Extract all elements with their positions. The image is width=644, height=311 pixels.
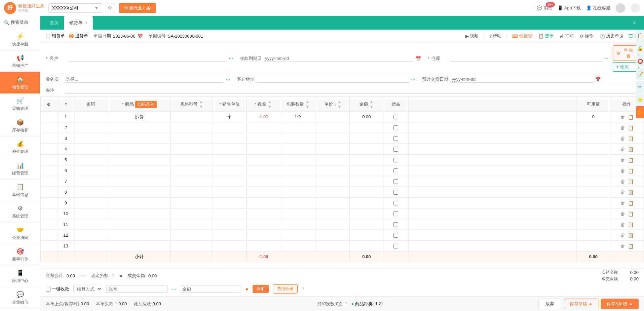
amount-input[interactable] xyxy=(180,285,241,293)
row-9-copy-icon[interactable]: 📋 xyxy=(628,200,634,206)
row-1-spec[interactable] xyxy=(171,112,213,122)
abandon-button[interactable]: 放弃 xyxy=(538,299,561,309)
sidebar-item-inventory[interactable]: 📦 库存核算 xyxy=(0,115,40,137)
warehouse-input[interactable]: 建材仓 xyxy=(450,55,602,62)
product-kind[interactable]: ● 商品种类: 1 种 xyxy=(351,301,383,307)
row-13-delete-icon[interactable]: 🗑 xyxy=(620,243,625,249)
row-1-qty[interactable]: -1.00 xyxy=(247,112,280,122)
customer-dots-icon[interactable]: ··· xyxy=(229,55,233,62)
expected-date-input[interactable] xyxy=(450,76,593,83)
toolbar-shortcut[interactable]: ⌨ 快捷键 xyxy=(510,32,534,40)
due-date-input[interactable] xyxy=(264,55,413,62)
row-9-delete-icon[interactable]: 🗑 xyxy=(620,200,625,206)
customer-addr-input[interactable] xyxy=(257,76,409,83)
row-7-delete-icon[interactable]: 🗑 xyxy=(620,179,625,184)
sidebar-item-quick-nav[interactable]: ⚡ 快捷导航 xyxy=(0,29,40,51)
sidebar-item-finance[interactable]: 💰 资金管理 xyxy=(0,137,40,158)
calendar-icon[interactable]: 📅 xyxy=(138,34,143,39)
row-13-gift-check[interactable] xyxy=(393,244,398,248)
salesperson-input[interactable] xyxy=(65,76,224,83)
add-payment-button[interactable]: 添加 xyxy=(253,285,269,293)
right-panel-icon-7[interactable]: 🔶 xyxy=(636,106,644,118)
sidebar-search[interactable]: 🔍 搜索菜单 xyxy=(0,16,40,29)
row-1-pack-qty[interactable]: 1个 xyxy=(280,112,316,122)
right-panel-icon-6[interactable]: ⭐ xyxy=(636,93,644,106)
row-7-copy-icon[interactable]: 📋 xyxy=(628,179,634,184)
sidebar-item-sales[interactable]: 🏠 销售管理 xyxy=(0,72,40,94)
toolbar-select[interactable]: 📋 选单 xyxy=(537,32,555,40)
row-11-delete-icon[interactable]: 🗑 xyxy=(620,222,625,227)
calc-method-select[interactable]: 结算方式 xyxy=(73,285,102,293)
remark-input[interactable] xyxy=(65,87,639,94)
row-2-gift-check[interactable] xyxy=(393,125,398,130)
row-13-copy-icon[interactable]: 📋 xyxy=(628,243,634,249)
row-2-delete-icon[interactable]: 🗑 xyxy=(620,125,625,130)
row-10-copy-icon[interactable]: 📋 xyxy=(628,211,634,217)
row-5-copy-icon[interactable]: 📋 xyxy=(628,157,634,163)
save-new-button[interactable]: 保存&新增 ▲ xyxy=(601,299,639,309)
sidebar-item-member[interactable]: ⭐ 畅会员 xyxy=(0,309,40,311)
trial-button[interactable]: 体验行业方案 xyxy=(119,3,156,13)
row-2-copy-icon[interactable]: 📋 xyxy=(628,125,634,130)
row-3-gift-check[interactable] xyxy=(393,136,398,141)
row-1-price[interactable] xyxy=(316,112,350,122)
avatar-extra[interactable] xyxy=(631,3,640,13)
row-3-delete-icon[interactable]: 🗑 xyxy=(620,136,625,141)
addr-dots-icon[interactable]: ··· xyxy=(411,76,415,82)
right-panel-icon-3[interactable]: ⭕ xyxy=(636,55,644,67)
row-10-gift-check[interactable] xyxy=(393,211,398,216)
sidebar-item-guide[interactable]: 🎯 新手引导 xyxy=(0,244,40,266)
sidebar-item-wechat[interactable]: 💬 企业微信 xyxy=(0,287,40,309)
row-1-gift-check[interactable] xyxy=(393,115,398,119)
print-info-icon[interactable]: ? xyxy=(345,301,347,306)
doc-debt-info-icon[interactable]: ? xyxy=(115,301,117,306)
app-download-button[interactable]: 📱 App下载 xyxy=(558,5,581,11)
one-click-pay-checkbox[interactable] xyxy=(46,287,50,291)
warehouse-dots-icon[interactable]: ··· xyxy=(604,55,608,62)
message-button[interactable]: 💬 消息 99+ xyxy=(537,5,552,11)
row-1-unit[interactable]: 个 xyxy=(213,112,247,122)
one-click-pay-check[interactable]: 一键收款 xyxy=(46,286,69,292)
sidebar-item-operations[interactable]: 📊 经营管理 xyxy=(0,158,40,180)
row-1-amount[interactable]: 0.00 xyxy=(350,112,383,122)
expense-split-button[interactable]: 费用分摊 xyxy=(273,284,298,294)
row-5-delete-icon[interactable]: 🗑 xyxy=(620,157,625,163)
row-1-barcode[interactable] xyxy=(74,112,108,122)
row-4-gift-check[interactable] xyxy=(393,147,398,152)
row-12-gift-check[interactable] xyxy=(393,233,398,238)
expected-calendar-icon[interactable]: 📅 xyxy=(595,77,601,82)
tab-close-all-icon[interactable]: × xyxy=(633,20,640,26)
settings-icon[interactable]: ⚙ xyxy=(105,3,115,13)
row-6-copy-icon[interactable]: 📋 xyxy=(628,168,634,173)
right-panel-icon-2[interactable]: 🔒 xyxy=(636,42,644,54)
tab-sales-order[interactable]: 销货单 × xyxy=(64,16,93,30)
row-8-gift-check[interactable] xyxy=(393,190,398,195)
sidebar-item-marketing[interactable]: 📢 营销推广 xyxy=(0,51,40,72)
row-12-copy-icon[interactable]: 📋 xyxy=(628,233,634,238)
row-4-delete-icon[interactable]: 🗑 xyxy=(620,147,625,152)
sidebar-item-purchase[interactable]: 🛒 采购管理 xyxy=(0,94,40,115)
row-8-delete-icon[interactable]: 🗑 xyxy=(620,190,625,195)
row-5-gift-check[interactable] xyxy=(393,158,398,162)
toolbar-video[interactable]: ▶ 视频 xyxy=(464,32,480,40)
customer-input[interactable] xyxy=(68,55,227,62)
account-dots-icon[interactable]: ··· xyxy=(172,286,176,292)
row-11-copy-icon[interactable]: 📋 xyxy=(628,222,634,227)
payment-help-icon[interactable]: ? xyxy=(302,286,304,291)
row-6-gift-check[interactable] xyxy=(393,168,398,173)
toolbar-print[interactable]: 🖨 打印 xyxy=(558,32,575,40)
row-6-delete-icon[interactable]: 🗑 xyxy=(620,168,625,173)
row-1-product[interactable]: 拆货 xyxy=(108,112,171,122)
row-7-gift-check[interactable] xyxy=(393,179,398,184)
row-1-copy-icon[interactable]: 📋 xyxy=(628,114,634,120)
avatar[interactable] xyxy=(616,3,625,13)
toolbar-ops[interactable]: ⚙ 操作 xyxy=(578,32,595,40)
tab-home[interactable]: 首页 xyxy=(44,16,64,30)
sidebar-item-basic[interactable]: 📋 基础信息 xyxy=(0,180,40,201)
tab-close-icon[interactable]: × xyxy=(85,21,87,25)
row-11-gift-check[interactable] xyxy=(393,222,398,227)
row-1-delete-icon[interactable]: 🗑 xyxy=(620,114,625,120)
salesperson-dots-icon[interactable]: ··· xyxy=(226,76,230,82)
company-selector[interactable]: XXXXXX公司 ▼ xyxy=(48,3,102,13)
due-date-calendar-icon[interactable]: 📅 xyxy=(416,56,421,61)
